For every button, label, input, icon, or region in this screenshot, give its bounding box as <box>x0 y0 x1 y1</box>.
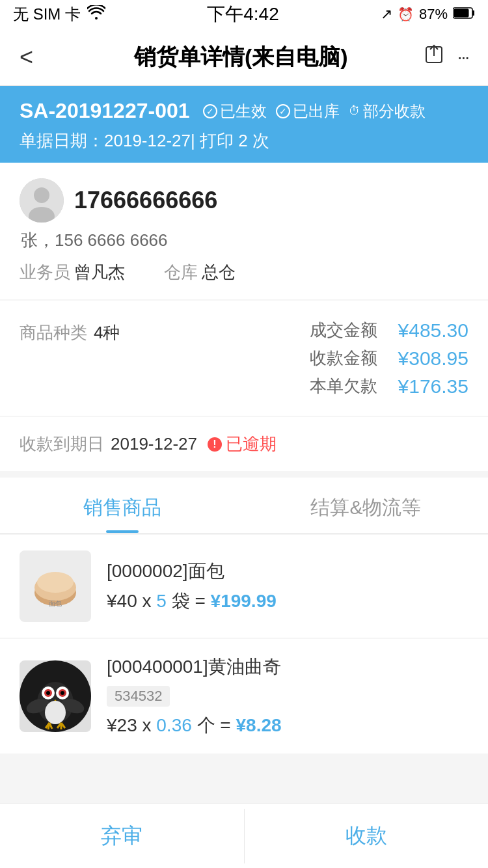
overdue-icon: ! <box>208 437 222 452</box>
product-price-2: ¥23 x 0.36 个 = ¥8.28 <box>107 713 468 738</box>
due-section: 收款到期日 2019-12-27 ! 已逾期 <box>0 417 488 471</box>
order-badges: ✓ 已生效 ✓ 已出库 ⏱ 部分收款 <box>203 101 426 122</box>
product-name-2: [000400001]黄油曲奇 <box>107 655 468 679</box>
product-name-1: [0000002]面包 <box>107 559 468 584</box>
received-label: 收款金额 <box>310 347 377 370</box>
svg-point-23 <box>45 701 66 724</box>
warehouse-value: 总仓 <box>202 261 236 284</box>
badge-shipped: ✓ 已出库 <box>276 101 340 122</box>
product-qty-1: 5 <box>156 591 167 611</box>
due-label: 收款到期日 <box>20 433 104 455</box>
order-header: SA-20191227-001 ✓ 已生效 ✓ 已出库 ⏱ 部分收款 单据日期：… <box>0 86 488 163</box>
product-item: 面包 [0000002]面包 ¥40 x 5 袋 = ¥199.99 <box>0 535 488 638</box>
customer-name-phone: 张，156 6666 6666 <box>20 229 468 252</box>
product-item-2: [000400001]黄油曲奇 534532 ¥23 x 0.36 个 = ¥8… <box>0 639 488 753</box>
due-date-value: 2019-12-27 <box>111 434 197 454</box>
time-display: 下午4:42 <box>207 2 279 27</box>
tabs-section[interactable]: 销售商品 结算&物流等 <box>0 478 488 534</box>
product-info-2: [000400001]黄油曲奇 534532 ¥23 x 0.36 个 = ¥8… <box>107 655 468 738</box>
badge-active: ✓ 已生效 <box>203 101 267 122</box>
cancel-review-button[interactable]: 弃审 <box>0 809 245 863</box>
check-icon-1: ✓ <box>203 104 217 118</box>
received-value: ¥308.95 <box>390 347 468 370</box>
sales-person: 曾凡杰 <box>74 261 125 284</box>
order-id: SA-20191227-001 <box>20 99 190 123</box>
share-icon[interactable] <box>424 44 444 70</box>
nav-right-actions: ··· <box>424 44 468 70</box>
overdue-text: 已逾期 <box>226 433 277 455</box>
carrier-text: 无 SIM 卡 <box>13 4 81 25</box>
battery-icon <box>453 6 475 23</box>
summary-left: 商品种类 4种 <box>20 319 120 398</box>
back-button[interactable]: < <box>20 44 59 71</box>
svg-point-21 <box>61 691 64 695</box>
product-thumb-1: 面包 <box>20 550 91 622</box>
battery-text: 87% <box>419 6 448 23</box>
svg-rect-2 <box>454 9 469 18</box>
product-list: 面包 [0000002]面包 ¥40 x 5 袋 = ¥199.99 <box>0 535 488 826</box>
badge-partial: ⏱ 部分收款 <box>349 101 426 122</box>
sales-label: 业务员 <box>20 261 70 284</box>
amount-value: ¥485.30 <box>390 319 468 342</box>
warehouse-label: 仓库 <box>164 261 198 284</box>
clock-icon: ⏱ <box>349 104 360 118</box>
status-bar: 无 SIM 卡 下午4:42 ↗ ⏰ 87% <box>0 0 488 29</box>
customer-meta: 业务员 曾凡杰 仓库 总仓 <box>20 261 468 284</box>
bottom-bar: 弃审 收款 <box>0 803 488 868</box>
summary-section: 商品种类 4种 成交金额 ¥485.30 收款金额 ¥308.95 本单欠款 ¥… <box>0 301 488 416</box>
avatar <box>20 178 64 223</box>
status-right: ↗ ⏰ 87% <box>381 6 475 23</box>
type-value: 4种 <box>94 321 120 344</box>
customer-section: 17666666666 张，156 6666 6666 业务员 曾凡杰 仓库 总… <box>0 163 488 299</box>
owed-label: 本单欠款 <box>310 375 377 398</box>
tab-settlement[interactable]: 结算&物流等 <box>244 478 488 533</box>
order-date: 单据日期：2019-12-27| 打印 2 次 <box>20 129 468 152</box>
amount-label: 成交金额 <box>310 319 377 342</box>
product-price-1: ¥40 x 5 袋 = ¥199.99 <box>107 589 468 614</box>
product-total-2: ¥8.28 <box>236 715 281 735</box>
more-icon[interactable]: ··· <box>457 47 468 68</box>
overdue-badge: ! 已逾期 <box>208 433 277 455</box>
status-left: 无 SIM 卡 <box>13 4 105 25</box>
tab-sales-goods[interactable]: 销售商品 <box>0 478 244 533</box>
type-label: 商品种类 <box>20 321 87 344</box>
owed-value: ¥176.35 <box>390 375 468 398</box>
svg-point-6 <box>34 187 49 203</box>
nav-bar: < 销货单详情(来自电脑) ··· <box>0 29 488 86</box>
product-total-1: ¥199.99 <box>211 591 277 611</box>
svg-text:面包: 面包 <box>49 600 62 607</box>
svg-point-20 <box>46 691 50 695</box>
product-info-1: [0000002]面包 ¥40 x 5 袋 = ¥199.99 <box>107 559 468 614</box>
wifi-icon <box>87 5 105 23</box>
svg-rect-1 <box>472 10 474 16</box>
product-qty-2: 0.36 <box>156 715 192 735</box>
payment-button[interactable]: 收款 <box>245 809 489 863</box>
svg-point-10 <box>37 572 74 593</box>
location-icon: ↗ <box>381 6 392 23</box>
alarm-icon: ⏰ <box>398 7 414 22</box>
page-title: 销货单详情(来自电脑) <box>59 42 424 72</box>
summary-right: 成交金额 ¥485.30 收款金额 ¥308.95 本单欠款 ¥176.35 <box>310 319 468 398</box>
product-thumb-2 <box>20 660 91 732</box>
check-icon-2: ✓ <box>276 104 290 118</box>
customer-phone: 17666666666 <box>74 187 217 214</box>
product-sku-2: 534532 <box>107 686 170 707</box>
